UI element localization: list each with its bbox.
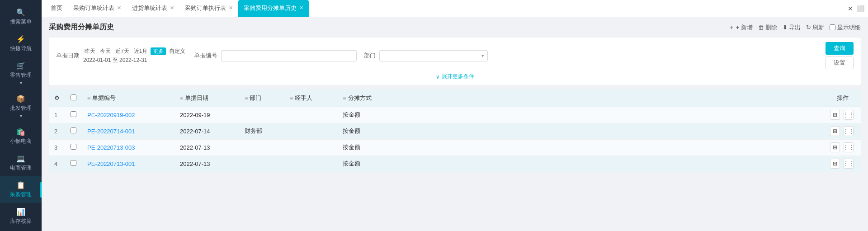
sidebar-item-quicknav[interactable]: ⚡ 快捷导航 — [0, 30, 42, 57]
tab-close-purchase-order-stats[interactable]: ✕ — [117, 5, 121, 10]
export-button[interactable]: ⬇ 导出 — [783, 24, 801, 32]
sidebar-label-wholesale: 批发管理 — [10, 104, 32, 112]
tab-close-purchase-cost-history[interactable]: ✕ — [299, 5, 303, 10]
settings-icon[interactable]: ⚙ — [54, 94, 60, 101]
order-no-link-2[interactable]: PE-20220713-003 — [87, 144, 135, 151]
date-1month[interactable]: 近1月 — [132, 47, 149, 56]
show-columns-input[interactable] — [830, 24, 835, 30]
tab-bar: 首页 采购订单统计表 ✕ 进货单统计表 ✕ 采购订单执行表 ✕ 采购费用分摊单历… — [42, 0, 868, 17]
row-edit-btn-1[interactable]: ⊞ — [830, 126, 840, 136]
order-no-filter-group: 单据编号 — [194, 50, 357, 61]
date-filter-label: 单据日期 — [56, 52, 80, 60]
row-check-3[interactable] — [71, 160, 76, 166]
row-more-btn-2[interactable]: ⋮⋮ — [844, 142, 854, 152]
order-no-link-1[interactable]: PE-20220714-001 — [87, 128, 135, 135]
date-today[interactable]: 今天 — [99, 47, 112, 56]
tab-purchase-order-exec[interactable]: 采购订单执行表 ✕ — [179, 0, 238, 17]
row-edit-btn-2[interactable]: ⊞ — [830, 142, 840, 152]
tab-purchase-order-stats[interactable]: 采购订单统计表 ✕ — [68, 0, 127, 17]
date-custom[interactable]: 自定义 — [168, 47, 187, 56]
th-checkbox[interactable] — [65, 90, 82, 107]
add-label: + 新增 — [736, 24, 753, 32]
select-all-checkbox[interactable] — [71, 94, 76, 100]
sidebar-item-ecom-small[interactable]: 🛍️ 小畅电商 — [0, 123, 42, 150]
table-header-row: ⚙ ≡ 单据编号 ≡ 单据日期 ≡ 部门 — [49, 90, 861, 107]
date-shortcut-group: 昨天 今天 近7天 近1月 更多 自定义 2022-01-01 至 2022-1… — [83, 47, 187, 64]
sidebar-item-search[interactable]: 🔍 搜索菜单 — [0, 4, 42, 30]
setting-button[interactable]: 设置 — [826, 57, 854, 69]
wholesale-icon: 📦 — [16, 94, 25, 103]
th-handler[interactable]: ≡ 经手人 — [284, 90, 337, 107]
purchase-icon: 📋 — [16, 181, 25, 189]
show-columns-checkbox[interactable]: 显示明细 — [830, 24, 861, 32]
date-range-display: 2022-01-01 至 2022-12-31 — [83, 57, 187, 64]
row-method-2: 按金额 — [337, 139, 825, 156]
row-ops-2: ⊞ ⋮⋮ — [825, 139, 861, 156]
date-7days[interactable]: 近7天 — [114, 47, 131, 56]
content-area: 采购费用分摊单历史 ＋ + 新增 🗑 删除 ⬇ 导出 ↻ 刷新 — [42, 17, 868, 231]
order-no-link-3[interactable]: PE-20220713-001 — [87, 160, 135, 167]
row-check-0[interactable] — [71, 111, 76, 117]
sidebar-item-wholesale[interactable]: 📦 批发管理 ▾ — [0, 90, 42, 123]
maximize-icon[interactable]: ⬜ — [857, 5, 864, 12]
row-check-1[interactable] — [71, 127, 76, 133]
order-no-link-0[interactable]: PE-20220919-002 — [87, 112, 135, 118]
th-date[interactable]: ≡ 单据日期 — [175, 90, 239, 107]
row-checkbox-0[interactable] — [65, 107, 82, 123]
sidebar-item-ecom[interactable]: 💻 电商管理 — [0, 150, 42, 176]
row-edit-btn-0[interactable]: ⊞ — [830, 110, 840, 120]
add-icon: ＋ — [729, 24, 735, 32]
row-check-2[interactable] — [71, 144, 76, 150]
th-method-label: ≡ 分摊方式 — [343, 94, 371, 101]
row-order-no-1: PE-20220714-001 — [82, 123, 175, 139]
th-date-label: ≡ 单据日期 — [180, 94, 208, 101]
date-more[interactable]: 更多 — [151, 47, 166, 55]
add-button[interactable]: ＋ + 新增 — [729, 24, 753, 32]
th-order-no[interactable]: ≡ 单据编号 — [82, 90, 175, 107]
refresh-icon: ↻ — [806, 24, 811, 31]
row-more-btn-3[interactable]: ⋮⋮ — [844, 159, 854, 169]
tab-close-purchase-order-exec[interactable]: ✕ — [229, 5, 233, 10]
order-no-input[interactable] — [221, 50, 357, 61]
sidebar-label-inventory: 库存核算 — [10, 217, 32, 225]
ecom-icon: 💻 — [16, 154, 25, 163]
row-more-btn-0[interactable]: ⋮⋮ — [844, 110, 854, 120]
delete-button[interactable]: 🗑 删除 — [758, 24, 777, 32]
th-settings[interactable]: ⚙ — [49, 90, 65, 107]
tab-purchase-cost-history[interactable]: 采购费用分摊单历史 ✕ — [238, 0, 309, 17]
close-tab-icon[interactable]: ✕ — [848, 5, 853, 12]
tab-close-incoming-stats[interactable]: ✕ — [170, 5, 174, 10]
sidebar-label-search: 搜索菜单 — [10, 18, 32, 26]
sidebar: 🔍 搜索菜单 ⚡ 快捷导航 🛒 零售管理 ▾ 📦 批发管理 ▾ 🛍️ 小畅电商 … — [0, 0, 42, 231]
refresh-label: 刷新 — [812, 24, 824, 32]
tab-incoming-stats[interactable]: 进货单统计表 ✕ — [127, 0, 179, 17]
sidebar-item-inventory[interactable]: 📊 库存核算 — [0, 203, 42, 230]
main-area: 首页 采购订单统计表 ✕ 进货单统计表 ✕ 采购订单执行表 ✕ 采购费用分摊单历… — [42, 0, 868, 231]
th-dept-label: ≡ 部门 — [245, 94, 261, 101]
order-no-label: 单据编号 — [194, 52, 217, 60]
row-edit-btn-3[interactable]: ⊞ — [830, 159, 840, 169]
row-num-0: 1 — [49, 107, 65, 123]
table-row: 1 PE-20220919-002 2022-09-19 按金额 ⊞ ⋮⋮ — [49, 107, 861, 123]
row-num-1: 2 — [49, 123, 65, 139]
th-method[interactable]: ≡ 分摊方式 — [337, 90, 825, 107]
sidebar-item-purchase[interactable]: 📋 采购管理 — [0, 176, 42, 203]
retail-icon: 🛒 — [16, 61, 25, 70]
date-yesterday[interactable]: 昨天 — [83, 47, 97, 56]
th-ops: 操作 — [825, 90, 861, 107]
expand-more-btn[interactable]: ∨ 展开更多条件 — [56, 73, 854, 80]
refresh-button[interactable]: ↻ 刷新 — [806, 24, 824, 32]
row-checkbox-1[interactable] — [65, 123, 82, 139]
header-actions: ＋ + 新增 🗑 删除 ⬇ 导出 ↻ 刷新 显示明细 — [729, 24, 861, 32]
th-dept[interactable]: ≡ 部门 — [239, 90, 284, 107]
row-more-btn-1[interactable]: ⋮⋮ — [844, 126, 854, 136]
sidebar-item-retail[interactable]: 🛒 零售管理 ▾ — [0, 57, 42, 90]
row-handler-0 — [284, 107, 337, 123]
query-button[interactable]: 查询 — [826, 42, 854, 55]
ecom-small-icon: 🛍️ — [16, 127, 25, 136]
query-actions: 查询 设置 — [826, 42, 854, 69]
row-checkbox-2[interactable] — [65, 139, 82, 156]
tab-home[interactable]: 首页 — [45, 0, 68, 17]
dept-select[interactable] — [379, 50, 488, 61]
row-checkbox-3[interactable] — [65, 156, 82, 172]
